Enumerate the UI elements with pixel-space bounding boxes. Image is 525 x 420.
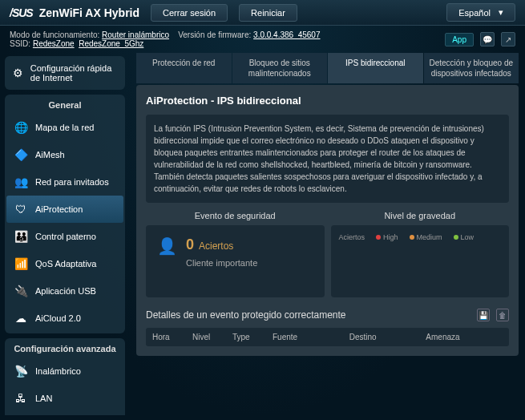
model-name: ZenWiFi AX Hybrid bbox=[39, 6, 139, 19]
globe-icon: 🌐 bbox=[13, 119, 29, 135]
wifi-icon: 📡 bbox=[13, 363, 29, 379]
brand-logo: /SUS bbox=[10, 6, 33, 19]
family-icon: 👪 bbox=[13, 228, 29, 244]
dot-low-icon bbox=[454, 235, 458, 240]
language-label: Español bbox=[458, 8, 491, 18]
shield-icon: 🛡 bbox=[13, 201, 29, 217]
col-dst: Destino bbox=[349, 333, 426, 341]
sidebar-item-parental[interactable]: 👪Control paterno bbox=[6, 223, 123, 250]
details-heading: Detalles de un evento protegido correcta… bbox=[146, 309, 346, 321]
tab-malicious-sites[interactable]: Bloqueo de sitios malintencionados bbox=[232, 53, 328, 83]
cloud-icon: ☁ bbox=[13, 310, 29, 326]
ssid2-link[interactable]: RedesZone_5Ghz bbox=[79, 39, 143, 48]
dot-high-icon bbox=[376, 235, 381, 240]
quick-setup[interactable]: ⚙ Configuración rápida de Internet bbox=[6, 58, 123, 88]
mesh-icon: 🔷 bbox=[13, 147, 29, 163]
sidebar-item-aicloud[interactable]: ☁AiCloud 2.0 bbox=[6, 305, 123, 332]
lan-icon: 🖧 bbox=[13, 390, 29, 406]
sidebar-item-wan[interactable]: 🌍WAN bbox=[6, 412, 123, 415]
severity-box: Aciertos High Medium Low bbox=[331, 225, 510, 297]
page-title: AiProtection - IPS bidireccional bbox=[146, 95, 509, 107]
users-icon: 👥 bbox=[13, 174, 29, 190]
sidebar-item-qos[interactable]: 📶QoS Adaptativa bbox=[6, 250, 123, 277]
severity-heading: Nivel de gravedad bbox=[331, 211, 510, 220]
event-box: 👤 0 Aciertos Cliente importante bbox=[146, 225, 325, 297]
col-src: Fuente bbox=[273, 333, 349, 341]
col-time: Hora bbox=[152, 333, 192, 341]
tab-ips[interactable]: IPS bidireccional bbox=[328, 53, 423, 83]
fw-link[interactable]: 3.0.0.4.386_45607 bbox=[253, 30, 320, 39]
hits-count: 0 bbox=[186, 236, 194, 253]
ssid-label: SSID: bbox=[10, 39, 30, 48]
save-icon[interactable]: 💾 bbox=[477, 309, 490, 321]
sidebar-item-network-map[interactable]: 🌐Mapa de la red bbox=[6, 114, 123, 141]
feedback-icon[interactable]: 💬 bbox=[480, 32, 495, 46]
quick-setup-label: Configuración rápida de Internet bbox=[30, 63, 117, 83]
language-select[interactable]: Español ▾ bbox=[446, 3, 515, 22]
sidebar-item-aiprotection[interactable]: 🛡AiProtection bbox=[6, 196, 123, 223]
reboot-button[interactable]: Reiniciar bbox=[239, 4, 297, 22]
tab-network-protection[interactable]: Protección de red bbox=[136, 53, 232, 83]
advanced-heading: Configuración avanzada bbox=[6, 340, 123, 357]
col-threat: Amenaza bbox=[426, 333, 503, 341]
col-level: Nivel bbox=[192, 333, 232, 341]
hacker-icon: 👤 bbox=[157, 236, 178, 257]
fw-label: Versión de firmware: bbox=[178, 30, 251, 39]
tab-infected-devices[interactable]: Detección y bloqueo de dispositivos infe… bbox=[424, 53, 519, 83]
sidebar-item-wireless[interactable]: 📡Inalámbrico bbox=[6, 357, 123, 385]
export-icon[interactable]: ↗ bbox=[501, 32, 515, 46]
table-header: Hora Nivel Type Fuente Destino Amenaza bbox=[146, 328, 509, 346]
logout-button[interactable]: Cerrar sesión bbox=[151, 4, 228, 22]
mode-link[interactable]: Router inalámbrico bbox=[102, 30, 169, 39]
mode-label: Modo de funcionamiento: bbox=[10, 30, 99, 39]
gear-icon: ⚙ bbox=[13, 65, 24, 81]
usb-icon: 🔌 bbox=[13, 283, 29, 299]
hits-label: Aciertos bbox=[199, 240, 233, 252]
sidebar-item-guest[interactable]: 👥Red para invitados bbox=[6, 168, 123, 196]
ssid1-link[interactable]: RedesZone bbox=[33, 39, 75, 48]
sidebar-item-usb[interactable]: 🔌Aplicación USB bbox=[6, 277, 123, 305]
description-text: La función IPS (Intrusion Prevention Sys… bbox=[146, 115, 509, 203]
delete-icon[interactable]: 🗑 bbox=[496, 309, 509, 321]
col-type: Type bbox=[232, 333, 273, 341]
general-heading: General bbox=[6, 96, 123, 114]
gauge-icon: 📶 bbox=[13, 256, 29, 272]
sidebar-item-lan[interactable]: 🖧LAN bbox=[6, 385, 123, 412]
sidebar-item-aimesh[interactable]: 🔷AiMesh bbox=[6, 141, 123, 168]
app-button[interactable]: App bbox=[445, 33, 474, 46]
chevron-down-icon: ▾ bbox=[499, 7, 503, 18]
security-event-heading: Evento de seguridad bbox=[146, 211, 325, 220]
legend-hits: Aciertos bbox=[339, 233, 365, 241]
dot-med-icon bbox=[410, 235, 414, 240]
client-label: Cliente importante bbox=[186, 258, 257, 268]
